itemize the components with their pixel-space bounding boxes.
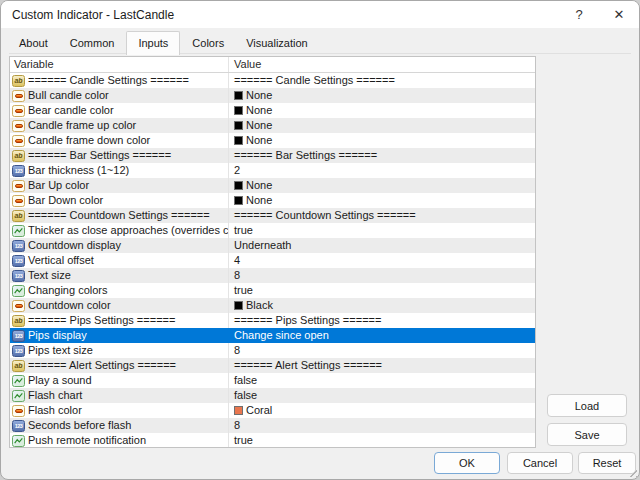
value-cell[interactable]: ====== Countdown Settings ====== [228, 208, 535, 223]
bool-icon [12, 390, 25, 402]
value-cell[interactable]: 2 [228, 163, 535, 178]
value-cell[interactable]: Underneath [228, 238, 535, 253]
value-cell[interactable]: false [228, 373, 535, 388]
bool-icon [12, 435, 25, 447]
load-button[interactable]: Load [547, 394, 627, 417]
value-cell[interactable]: 8 [228, 418, 535, 433]
color-icon [12, 195, 25, 207]
variable-cell: Flash color [10, 403, 228, 418]
color-icon-bar [15, 139, 23, 143]
table-row[interactable]: Bear candle colorNone [10, 103, 535, 118]
table-row[interactable]: Changing colorstrue [10, 283, 535, 298]
variable-label: ====== Bar Settings ====== [28, 148, 171, 163]
variable-cell: 123Text size [10, 268, 228, 283]
value-cell[interactable]: Black [228, 298, 535, 313]
color-chip [234, 196, 243, 205]
value-cell[interactable]: ====== Alert Settings ====== [228, 358, 535, 373]
table-row[interactable]: Play a soundfalse [10, 373, 535, 388]
table-row[interactable]: Push remote notificationtrue [10, 433, 535, 448]
variable-cell: Bear candle color [10, 103, 228, 118]
variable-label: ====== Candle Settings ====== [28, 73, 189, 88]
table-row[interactable]: Candle frame up colorNone [10, 118, 535, 133]
value-cell[interactable]: 8 [228, 343, 535, 358]
table-row[interactable]: ab====== Alert Settings ============ Ale… [10, 358, 535, 373]
text-icon: ab [12, 315, 25, 327]
bool-icon [12, 225, 25, 237]
variable-label: ====== Alert Settings ====== [28, 358, 176, 373]
table-row[interactable]: Countdown colorBlack [10, 298, 535, 313]
variable-cell: 123Countdown display [10, 238, 228, 253]
number-icon: 123 [12, 165, 25, 177]
table-row[interactable]: Thicker as close approaches (overrides c… [10, 223, 535, 238]
help-button[interactable]: ? [559, 1, 599, 28]
color-icon-bar [15, 304, 23, 308]
value-cell[interactable]: None [228, 133, 535, 148]
color-icon-bar [15, 409, 23, 413]
value-cell[interactable]: Coral [228, 403, 535, 418]
table-row[interactable]: Flash colorCoral [10, 403, 535, 418]
ok-button[interactable]: OK [434, 452, 500, 474]
variable-label: Flash chart [28, 388, 82, 403]
value-label: Coral [246, 403, 272, 418]
cancel-button[interactable]: Cancel [507, 452, 573, 474]
value-cell[interactable]: 4 [228, 253, 535, 268]
table-row[interactable]: ab====== Bar Settings ============ Bar S… [10, 148, 535, 163]
table-row[interactable]: 123Seconds before flash8 [10, 418, 535, 433]
table-row[interactable]: Candle frame down colorNone [10, 133, 535, 148]
value-cell[interactable]: ====== Candle Settings ====== [228, 73, 535, 88]
value-cell[interactable]: ====== Bar Settings ====== [228, 148, 535, 163]
value-cell[interactable]: 8 [228, 268, 535, 283]
value-cell[interactable]: Change since open [228, 328, 535, 343]
number-icon: 123 [12, 330, 25, 342]
table-row[interactable]: 123Vertical offset4 [10, 253, 535, 268]
color-icon [12, 405, 25, 417]
variable-label: ====== Countdown Settings ====== [28, 208, 210, 223]
value-label: None [246, 193, 272, 208]
tab-visualization[interactable]: Visualization [236, 32, 318, 54]
table-row[interactable]: 123Text size8 [10, 268, 535, 283]
value-cell[interactable]: true [228, 283, 535, 298]
close-button[interactable]: ✕ [599, 1, 639, 28]
variable-label: Bar thickness (1~12) [28, 163, 129, 178]
text-icon: ab [12, 150, 25, 162]
table-row[interactable]: ab====== Pips Settings ============ Pips… [10, 313, 535, 328]
table-row[interactable]: Flash chartfalse [10, 388, 535, 403]
value-label: ====== Bar Settings ====== [234, 148, 377, 163]
value-cell[interactable]: None [228, 88, 535, 103]
reset-button[interactable]: Reset [578, 452, 636, 474]
table-row[interactable]: Bar Down colorNone [10, 193, 535, 208]
value-label: 8 [234, 343, 240, 358]
value-cell[interactable]: None [228, 118, 535, 133]
tab-inputs[interactable]: Inputs [126, 31, 180, 55]
value-label: Change since open [234, 328, 329, 343]
value-cell[interactable]: None [228, 178, 535, 193]
value-cell[interactable]: ====== Pips Settings ====== [228, 313, 535, 328]
number-icon: 123 [12, 270, 25, 282]
table-body: ab====== Candle Settings ============ Ca… [10, 73, 535, 448]
table-row[interactable]: 123Bar thickness (1~12)2 [10, 163, 535, 178]
table-row[interactable]: 123Countdown displayUnderneath [10, 238, 535, 253]
value-cell[interactable]: false [228, 388, 535, 403]
tab-common[interactable]: Common [60, 32, 125, 54]
value-cell[interactable]: None [228, 103, 535, 118]
table-row[interactable]: Bull candle colorNone [10, 88, 535, 103]
value-cell[interactable]: true [228, 433, 535, 448]
value-cell[interactable]: true [228, 223, 535, 238]
save-button[interactable]: Save [547, 423, 627, 446]
table-row[interactable]: Bar Up colorNone [10, 178, 535, 193]
variable-cell: 123Vertical offset [10, 253, 228, 268]
number-icon: 123 [12, 420, 25, 432]
color-chip [234, 136, 243, 145]
value-label: 4 [234, 253, 240, 268]
value-label: ====== Pips Settings ====== [234, 313, 381, 328]
table-row[interactable]: 123Pips displayChange since open [10, 328, 535, 343]
color-icon-bar [15, 94, 23, 98]
table-row[interactable]: ab====== Countdown Settings ============… [10, 208, 535, 223]
variable-label: Thicker as close approaches (overrides c… [28, 223, 228, 238]
tab-colors[interactable]: Colors [182, 32, 234, 54]
bool-icon [12, 375, 25, 387]
value-cell[interactable]: None [228, 193, 535, 208]
table-row[interactable]: ab====== Candle Settings ============ Ca… [10, 73, 535, 88]
table-row[interactable]: 123Pips text size8 [10, 343, 535, 358]
tab-about[interactable]: About [9, 32, 58, 54]
